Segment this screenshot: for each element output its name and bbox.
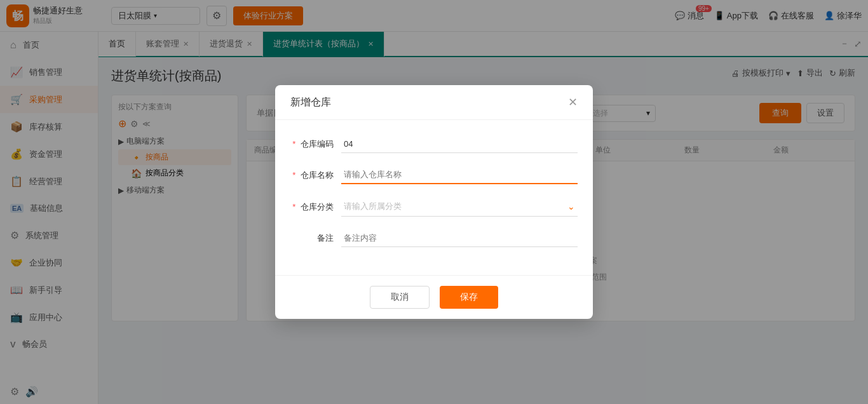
modal-header: 新增仓库 ✕ bbox=[275, 85, 593, 120]
modal-close-button[interactable]: ✕ bbox=[568, 95, 578, 109]
save-button[interactable]: 保存 bbox=[440, 286, 498, 309]
form-row-name: * 仓库名称 bbox=[290, 166, 578, 184]
new-warehouse-modal: 新增仓库 ✕ * 仓库编码 * 仓库名称 bbox=[275, 85, 593, 319]
category-select[interactable]: 请输入所属分类 ⌄ bbox=[341, 197, 578, 217]
code-label: * 仓库编码 bbox=[290, 138, 341, 150]
cancel-button[interactable]: 取消 bbox=[370, 286, 430, 309]
form-row-code: * 仓库编码 bbox=[290, 135, 578, 153]
modal-footer: 取消 保存 bbox=[275, 275, 593, 319]
remark-label: 备注 bbox=[290, 232, 341, 244]
warehouse-code-input[interactable] bbox=[341, 135, 578, 153]
form-row-remark: 备注 bbox=[290, 229, 578, 247]
name-label: * 仓库名称 bbox=[290, 170, 341, 181]
category-select-arrow: ⌄ bbox=[567, 201, 575, 212]
category-label: * 仓库分类 bbox=[290, 201, 341, 213]
modal-body: * 仓库编码 * 仓库名称 * 仓库分类 请输入所属 bbox=[275, 120, 593, 275]
remark-input[interactable] bbox=[341, 229, 578, 247]
modal-overlay: 新增仓库 ✕ * 仓库编码 * 仓库名称 bbox=[0, 0, 868, 404]
modal-title: 新增仓库 bbox=[290, 96, 331, 109]
form-row-category: * 仓库分类 请输入所属分类 ⌄ bbox=[290, 197, 578, 217]
warehouse-name-input[interactable] bbox=[341, 166, 578, 184]
